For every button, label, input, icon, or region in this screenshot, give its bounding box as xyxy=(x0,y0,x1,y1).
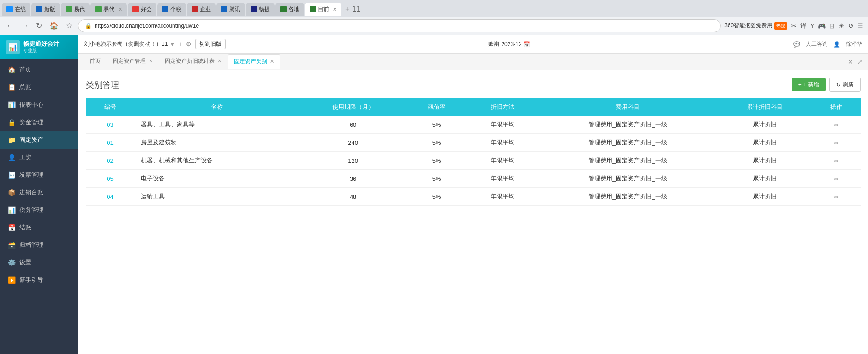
forward-button[interactable]: → xyxy=(19,21,30,31)
cell-method: 年限平均 xyxy=(467,134,539,152)
sidebar-item-report[interactable]: 📊 报表中心 xyxy=(0,96,78,114)
edit-icon[interactable]: ✏ xyxy=(834,175,839,182)
tab-close-icon[interactable]: ✕ xyxy=(217,58,221,64)
grid-icon[interactable]: ⊞ xyxy=(829,22,835,30)
browser-tab-changti[interactable]: 畅提 xyxy=(246,3,275,16)
sidebar-item-home[interactable]: 🏠 首页 xyxy=(0,61,78,78)
browser-tab-new[interactable]: 新版 xyxy=(31,3,60,16)
browser-tab-haohui[interactable]: 好会 xyxy=(128,3,156,16)
user-avatar-icon[interactable]: 👤 xyxy=(833,41,840,48)
salary-icon: 👤 xyxy=(7,154,16,161)
sidebar-item-invoice[interactable]: 🧾 发票管理 xyxy=(0,166,78,184)
edit-icon[interactable]: ✏ xyxy=(834,193,839,200)
brightness-icon[interactable]: ☀ xyxy=(838,22,844,30)
sidebar-item-salary[interactable]: 👤 工资 xyxy=(0,149,78,166)
browser-tab-geshui[interactable]: 个税 xyxy=(157,3,186,16)
switch-old-button[interactable]: 切到旧版 xyxy=(195,39,226,49)
currency-icon[interactable]: ¥ xyxy=(810,22,814,30)
maximize-window-icon[interactable]: ⤢ xyxy=(857,58,862,66)
help-icon[interactable]: 💬 xyxy=(793,41,800,48)
tab-close-icon[interactable]: ✕ xyxy=(118,6,122,12)
cell-expense: 管理费用_固定资产折旧_一级 xyxy=(539,116,717,134)
browser-tab-qiye[interactable]: 企业 xyxy=(187,3,216,16)
cell-period: 60 xyxy=(299,116,407,134)
browser-tab-online[interactable]: 在线 xyxy=(2,3,30,16)
period-value: 2023-12 xyxy=(501,41,521,48)
close-window-icon[interactable]: ✕ xyxy=(848,58,853,66)
browser-tab-gedi[interactable]: 各地 xyxy=(275,3,304,16)
tab-icon xyxy=(280,6,287,12)
sidebar-item-label: 资金管理 xyxy=(19,118,43,126)
add-category-button[interactable]: + + 新增 xyxy=(792,78,826,91)
cut-icon[interactable]: ✂ xyxy=(791,22,796,30)
cell-period: 36 xyxy=(299,170,407,188)
browser-tab-muqian[interactable]: 目前 ✕ xyxy=(305,3,341,16)
sidebar-item-fund[interactable]: 🔒 资金管理 xyxy=(0,114,78,131)
home-icon: 🏠 xyxy=(7,66,16,73)
tab-close-icon[interactable]: ✕ xyxy=(333,6,337,12)
sidebar-item-checkout[interactable]: 📅 结账 xyxy=(0,219,78,236)
sidebar-item-guide[interactable]: ▶️ 新手引导 xyxy=(0,271,78,289)
tab-icon xyxy=(6,6,13,12)
tab-icon xyxy=(95,6,102,12)
code-link[interactable]: 03 xyxy=(107,121,113,128)
cell-period: 120 xyxy=(299,152,407,170)
browser-tab-yidai2[interactable]: 易代 ✕ xyxy=(90,3,127,16)
back-button[interactable]: ← xyxy=(5,21,16,31)
sidebar-item-archive[interactable]: 🗃️ 归档管理 xyxy=(0,236,78,254)
page-tab-asset-mgmt[interactable]: 固定资产管理 ✕ xyxy=(107,54,158,69)
app-topbar: 刘小艳演示套餐（勿删勿动！）11 ▼ + ⚙ 切到旧版 账期 2023-12 📅… xyxy=(78,35,868,54)
tab-label: 首页 xyxy=(90,57,101,65)
cell-method: 年限平均 xyxy=(467,170,539,188)
browser-tab-tencent[interactable]: 腾讯 xyxy=(216,3,245,16)
code-link[interactable]: 05 xyxy=(107,175,113,182)
tab-label: 固定资产折旧统计表 xyxy=(165,57,215,65)
cell-name: 房屋及建筑物 xyxy=(134,134,299,152)
address-input[interactable]: 🔒 https://cloud.chanjet.com/accounting/u… xyxy=(78,19,721,32)
sidebar-item-label: 归档管理 xyxy=(19,241,43,249)
translate-icon[interactable]: 译 xyxy=(800,22,807,30)
edit-icon[interactable]: ✏ xyxy=(834,121,839,128)
tab-label: 易代 xyxy=(74,6,85,13)
tab-label: 畅提 xyxy=(259,6,270,13)
sidebar-item-asset[interactable]: 📁 固定资产 xyxy=(0,131,78,149)
edit-icon[interactable]: ✏ xyxy=(834,157,839,164)
checkout-icon: 📅 xyxy=(7,224,16,231)
cell-expense: 管理费用_固定资产折旧_一级 xyxy=(539,152,717,170)
code-link[interactable]: 01 xyxy=(107,139,113,146)
sidebar-item-tax[interactable]: 📊 税务管理 xyxy=(0,201,78,219)
page-tab-home[interactable]: 首页 xyxy=(84,54,106,69)
table-row: 05 电子设备 36 5% 年限平均 管理费用_固定资产折旧_一级 累计折旧 ✏ xyxy=(86,170,861,188)
new-tab-icon[interactable]: + xyxy=(345,5,349,13)
undo-icon[interactable]: ↺ xyxy=(848,22,854,30)
tab-close-icon[interactable]: ✕ xyxy=(149,58,153,64)
cell-expense: 管理费用_固定资产折旧_一级 xyxy=(539,188,717,206)
game-icon[interactable]: 🎮 xyxy=(818,22,826,30)
edit-icon[interactable]: ✏ xyxy=(834,139,839,146)
page-tab-depreciation[interactable]: 固定资产折旧统计表 ✕ xyxy=(159,54,227,69)
sidebar-item-inventory[interactable]: 📦 进销台账 xyxy=(0,184,78,201)
tab-actions: + 11 xyxy=(345,5,360,13)
cell-name: 电子设备 xyxy=(134,170,299,188)
browser-tab-yidai1[interactable]: 易代 xyxy=(61,3,90,16)
search-label: 360智能抠图免费用 xyxy=(724,22,772,30)
sidebar-item-settings[interactable]: ⚙️ 设置 xyxy=(0,254,78,271)
menu-icon[interactable]: ☰ xyxy=(857,22,863,30)
tab-close-icon[interactable]: ✕ xyxy=(270,59,274,65)
home-button[interactable]: 🏠 xyxy=(48,20,60,31)
calendar-icon[interactable]: 📅 xyxy=(523,41,530,48)
add-company-icon[interactable]: + xyxy=(179,41,182,48)
bookmark-button[interactable]: ☆ xyxy=(64,20,74,31)
dropdown-icon[interactable]: ▼ xyxy=(169,41,175,48)
code-link[interactable]: 04 xyxy=(107,193,113,200)
tab-label: 固定资产类别 xyxy=(234,58,267,66)
code-link[interactable]: 02 xyxy=(107,157,113,164)
sidebar-item-label: 新手引导 xyxy=(19,276,43,284)
sidebar-item-ledger[interactable]: 📋 总账 xyxy=(0,78,78,96)
reload-button[interactable]: ↻ xyxy=(34,20,44,31)
refresh-button[interactable]: ↻ 刷新 xyxy=(829,78,861,92)
cell-accum: 累计折旧 xyxy=(717,152,812,170)
page-tab-category[interactable]: 固定资产类别 ✕ xyxy=(228,54,280,69)
settings-cog-icon[interactable]: ⚙ xyxy=(186,41,192,48)
table-row: 01 房屋及建筑物 240 5% 年限平均 管理费用_固定资产折旧_一级 累计折… xyxy=(86,134,861,152)
